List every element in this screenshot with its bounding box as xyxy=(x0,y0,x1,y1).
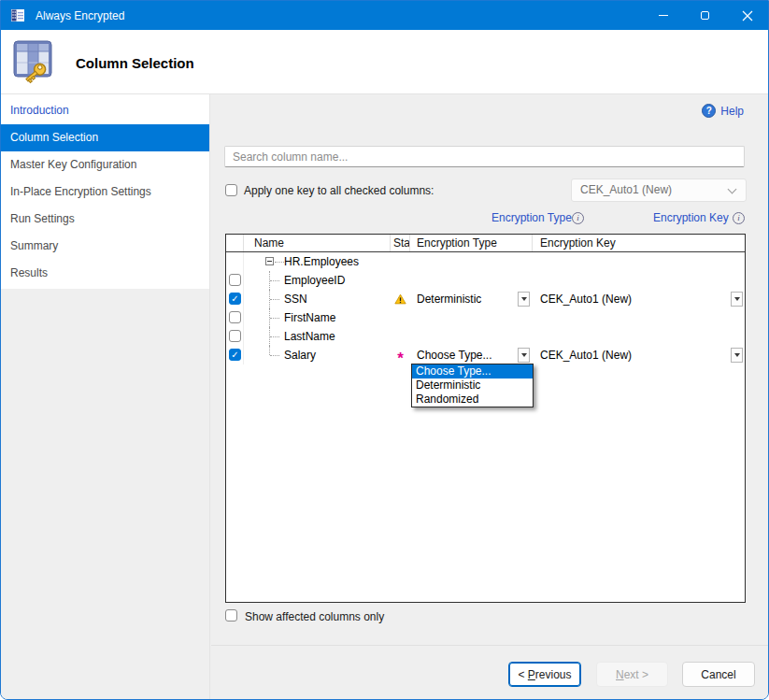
dropdown-arrow-icon xyxy=(521,353,527,357)
wizard-header: Column Selection xyxy=(1,30,768,94)
table-row: EmployeeID xyxy=(226,271,745,290)
encryption-type-value: Deterministic xyxy=(417,290,481,308)
next-button[interactable]: Next > xyxy=(596,662,668,687)
chevron-down-icon xyxy=(728,185,737,194)
row-checkbox-firstname[interactable] xyxy=(229,311,241,323)
dropdown-option-randomized[interactable]: Randomized xyxy=(412,393,533,407)
column-name: LastName xyxy=(284,327,335,346)
required-icon: * xyxy=(397,346,404,371)
minimize-button[interactable] xyxy=(642,1,684,30)
wizard-steps-sidebar: Introduction Column Selection Master Key… xyxy=(1,94,210,699)
encryption-key-info-icon[interactable]: i xyxy=(733,212,745,224)
encryption-key-dropdown-button[interactable] xyxy=(731,292,743,307)
table-name-label: HR.Employees xyxy=(284,252,359,271)
table-row: ✓ SSN Deterministic xyxy=(226,290,745,308)
sidebar-item-results: Results xyxy=(1,260,209,287)
close-button[interactable] xyxy=(726,1,768,30)
column-name: Salary xyxy=(284,346,316,364)
table-group-row: HR.Employees xyxy=(226,252,745,271)
help-link[interactable]: ? Help xyxy=(702,104,744,118)
columns-grid: Name State Encryption Type Encryption Ke… xyxy=(225,234,746,603)
encryption-type-dropdown-button[interactable] xyxy=(518,348,530,363)
sidebar-item-in-place-encryption-settings: In-Place Encryption Settings xyxy=(1,179,209,206)
row-checkbox-ssn[interactable]: ✓ xyxy=(229,293,241,305)
collapse-icon[interactable] xyxy=(265,257,274,265)
warning-icon xyxy=(394,293,406,305)
table-row: ✓ Salary * Choose Type... CEK_Auto1 (New… xyxy=(226,346,745,364)
close-icon xyxy=(742,10,753,21)
cek-select-value: CEK_Auto1 (New) xyxy=(580,183,672,196)
show-affected-checkbox[interactable] xyxy=(225,609,237,621)
footer-divider xyxy=(211,645,768,646)
sidebar-item-master-key-configuration: Master Key Configuration xyxy=(1,151,209,179)
grid-header: Name State Encryption Type Encryption Ke… xyxy=(226,235,745,252)
help-icon: ? xyxy=(702,104,716,118)
dropdown-arrow-icon xyxy=(521,297,527,301)
dropdown-arrow-icon xyxy=(734,353,740,357)
main-panel: ? Help Apply one key to all checked colu… xyxy=(211,94,768,699)
sidebar-item-column-selection[interactable]: Column Selection xyxy=(1,124,209,151)
previous-button[interactable]: < Previous xyxy=(508,662,581,687)
dropdown-option-deterministic[interactable]: Deterministic xyxy=(412,379,533,393)
encryption-type-dropdown-list: Choose Type... Deterministic Randomized xyxy=(411,364,534,407)
maximize-button[interactable] xyxy=(684,1,726,30)
column-header-encryption-type[interactable]: Encryption Type xyxy=(410,235,533,251)
titlebar: Always Encrypted xyxy=(1,1,768,30)
cek-select[interactable]: CEK_Auto1 (New) xyxy=(571,179,747,202)
encryption-type-dropdown-button[interactable] xyxy=(518,292,530,307)
encryption-key-link[interactable]: Encryption Key xyxy=(653,211,729,224)
search-input[interactable] xyxy=(224,146,745,167)
row-checkbox-salary[interactable]: ✓ xyxy=(229,349,241,361)
table-key-icon xyxy=(12,39,55,84)
show-affected-label: Show affected columns only xyxy=(245,610,384,623)
sidebar-item-run-settings: Run Settings xyxy=(1,206,209,233)
dropdown-arrow-icon xyxy=(734,297,740,301)
dropdown-option-choose-type[interactable]: Choose Type... xyxy=(412,364,533,379)
column-name: EmployeeID xyxy=(284,271,345,290)
help-label: Help xyxy=(720,105,744,118)
encryption-type-link[interactable]: Encryption Type xyxy=(491,211,572,224)
column-name: SSN xyxy=(284,290,307,308)
row-checkbox-lastname[interactable] xyxy=(229,330,241,342)
column-name: FirstName xyxy=(284,308,335,327)
encryption-type-info-icon[interactable]: i xyxy=(572,212,584,224)
app-icon xyxy=(11,8,26,23)
page-title: Column Selection xyxy=(76,55,194,71)
column-header-state[interactable]: State xyxy=(391,235,410,251)
apply-one-key-checkbox[interactable] xyxy=(225,184,237,196)
column-header-name[interactable]: Name xyxy=(244,235,391,251)
row-checkbox-employeeid[interactable] xyxy=(229,274,241,286)
sidebar-item-introduction[interactable]: Introduction xyxy=(1,97,209,124)
table-row: FirstName xyxy=(226,308,745,327)
column-header-encryption-key[interactable]: Encryption Key xyxy=(533,235,745,251)
window-title: Always Encrypted xyxy=(36,9,124,22)
encryption-key-value: CEK_Auto1 (New) xyxy=(540,346,632,364)
sidebar-item-summary: Summary xyxy=(1,233,209,260)
encryption-type-value: Choose Type... xyxy=(417,346,492,364)
encryption-key-dropdown-button[interactable] xyxy=(731,348,743,363)
always-encrypted-dialog: Always Encrypted xyxy=(0,0,769,700)
table-row: LastName xyxy=(226,327,745,346)
apply-one-key-label: Apply one key to all checked columns: xyxy=(244,184,434,197)
cancel-button[interactable]: Cancel xyxy=(682,662,755,687)
encryption-key-value: CEK_Auto1 (New) xyxy=(540,290,632,308)
